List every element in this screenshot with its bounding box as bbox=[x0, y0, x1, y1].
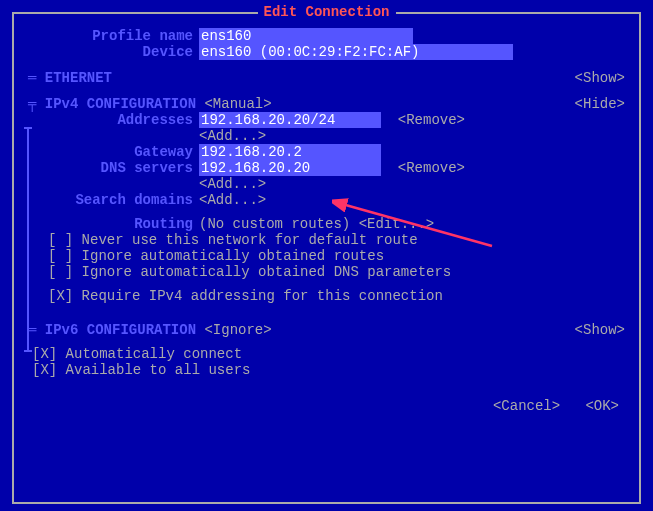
dns-remove-button[interactable]: <Remove> bbox=[398, 160, 465, 176]
search-domains-label: Search domains bbox=[28, 192, 199, 208]
ipv6-mode-select[interactable]: <Ignore> bbox=[204, 322, 271, 338]
ipv4-mode-select[interactable]: <Manual> bbox=[204, 96, 271, 112]
dns-input[interactable]: 192.168.20.20 bbox=[199, 160, 381, 176]
cancel-button[interactable]: <Cancel> bbox=[493, 398, 560, 414]
device-label: Device bbox=[28, 44, 199, 60]
ipv4-hide-button[interactable]: <Hide> bbox=[575, 96, 625, 112]
section-marker: ═ bbox=[28, 322, 36, 338]
device-input[interactable]: ens160 (00:0C:29:F2:FC:AF) bbox=[199, 44, 513, 60]
scrollbar[interactable] bbox=[27, 127, 29, 352]
gateway-label: Gateway bbox=[28, 144, 199, 160]
address-add-button[interactable]: <Add...> bbox=[199, 128, 266, 144]
dialog-title: Edit Connection bbox=[257, 4, 395, 20]
routing-value: (No custom routes) bbox=[199, 216, 350, 232]
ipv4-section-label: IPv4 CONFIGURATION bbox=[45, 96, 196, 112]
profile-name-input[interactable]: ens160 bbox=[199, 28, 413, 44]
dns-add-button[interactable]: <Add...> bbox=[199, 176, 266, 192]
dialog-frame: Edit Connection Profile name ens160 Devi… bbox=[12, 12, 641, 504]
routing-label: Routing bbox=[28, 216, 199, 232]
search-add-button[interactable]: <Add...> bbox=[199, 192, 266, 208]
profile-name-label: Profile name bbox=[28, 28, 199, 44]
check-all-users[interactable]: [X] Available to all users bbox=[32, 362, 625, 378]
check-require-ipv4[interactable]: [X] Require IPv4 addressing for this con… bbox=[48, 288, 625, 304]
routing-edit-button[interactable]: <Edit...> bbox=[359, 216, 435, 232]
section-marker: ╤ bbox=[28, 96, 36, 112]
check-auto-connect[interactable]: [X] Automatically connect bbox=[32, 346, 625, 362]
addresses-label: Addresses bbox=[28, 112, 199, 128]
check-ignore-dns[interactable]: [ ] Ignore automatically obtained DNS pa… bbox=[48, 264, 625, 280]
ok-button[interactable]: <OK> bbox=[585, 398, 619, 414]
ethernet-section-label: ETHERNET bbox=[45, 70, 112, 86]
check-never-default[interactable]: [ ] Never use this network for default r… bbox=[48, 232, 625, 248]
ipv6-section-label: IPv6 CONFIGURATION bbox=[45, 322, 196, 338]
address-input[interactable]: 192.168.20.20/24 bbox=[199, 112, 381, 128]
dns-servers-label: DNS servers bbox=[28, 160, 199, 176]
check-ignore-routes[interactable]: [ ] Ignore automatically obtained routes bbox=[48, 248, 625, 264]
address-remove-button[interactable]: <Remove> bbox=[398, 112, 465, 128]
gateway-input[interactable]: 192.168.20.2 bbox=[199, 144, 381, 160]
section-marker: ═ bbox=[28, 70, 36, 86]
ipv6-show-button[interactable]: <Show> bbox=[575, 322, 625, 338]
ethernet-show-button[interactable]: <Show> bbox=[575, 70, 625, 86]
